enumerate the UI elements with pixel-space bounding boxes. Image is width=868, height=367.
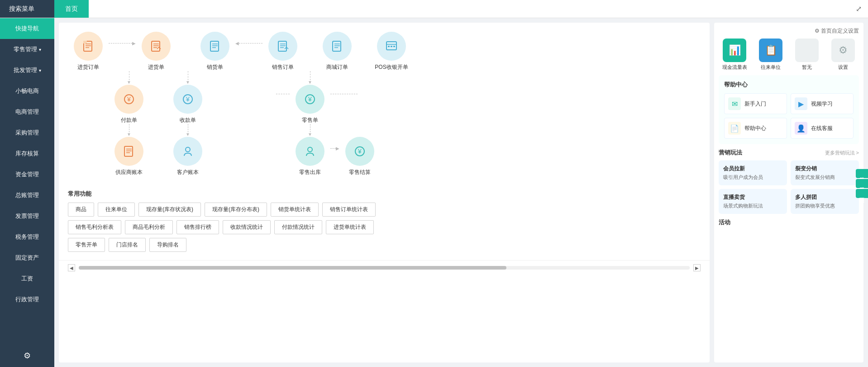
node-label-sale-order: 销售订单 xyxy=(272,63,294,71)
scroll-left-btn[interactable]: ◀ xyxy=(68,264,75,271)
sidebar-item-tax[interactable]: 税务管理 xyxy=(0,227,54,247)
sidebar-item-admin[interactable]: 行政管理 xyxy=(0,289,54,310)
help-grid: ✉新手入门▶视频学习📄帮助中心👤在线客服 xyxy=(724,93,854,139)
func-btn[interactable]: 收款情况统计 xyxy=(223,220,271,234)
scroll-right-btn[interactable]: ▶ xyxy=(693,264,701,271)
float-btn[interactable]: 客服热线 xyxy=(856,169,868,178)
down-arrow-mall: ▼ xyxy=(290,71,330,85)
marketing-item[interactable]: 裂变分销裂变式发展分销商 xyxy=(791,160,859,185)
func-btn[interactable]: 销售订单统计表 xyxy=(322,203,376,217)
svg-rect-32 xyxy=(124,146,133,156)
quick-icon-item[interactable]: 暂无 xyxy=(791,39,823,71)
tab-home[interactable]: 首页 xyxy=(54,0,89,18)
sidebar-item-invoice[interactable]: 发票管理 xyxy=(0,206,54,227)
sidebar-item-retail[interactable]: 零售管理 ▾ xyxy=(0,39,54,60)
down-arrow-retail: ▼ xyxy=(290,124,330,137)
quick-icon-item[interactable]: ⚙设置 xyxy=(827,39,859,71)
func-btn[interactable]: 商品 xyxy=(68,203,94,217)
help-icon: 📄 xyxy=(728,122,741,135)
spacer-r2-5 xyxy=(276,71,290,85)
quick-icon-item[interactable]: 📊现金流量表 xyxy=(719,39,750,71)
spacer-r2-2 xyxy=(149,71,167,85)
sidebar-item-finance[interactable]: 资金管理 xyxy=(0,164,54,185)
func-btn[interactable]: 往来单位 xyxy=(98,203,135,217)
btn-grid-row3: 零售开单门店排名导购排名 xyxy=(68,238,701,252)
spacer-r2-1 xyxy=(68,71,109,85)
sidebar-item-quick-nav[interactable]: 快捷导航 xyxy=(0,18,54,39)
node-icon-sale-order xyxy=(268,32,297,61)
sidebar-item-salary[interactable]: 工资 xyxy=(0,268,54,289)
node-retail-out[interactable]: 零售出库 xyxy=(290,137,330,176)
sidebar-item-assets[interactable]: 固定资产 xyxy=(0,247,54,268)
sidebar-item-inventory[interactable]: 库存核算 xyxy=(0,143,54,164)
node-mall-order[interactable]: 商城订单 xyxy=(317,32,358,71)
sidebar-item-ecommerce[interactable]: 电商管理 xyxy=(0,101,54,122)
node-label-purchase-order: 进货订单 xyxy=(77,63,99,71)
sp1 xyxy=(68,124,109,137)
node-label-retail-settle: 零售结算 xyxy=(349,169,371,176)
marketing-item[interactable]: 直播卖货场景式购物新玩法 xyxy=(719,189,787,214)
sidebar-item-purchase[interactable]: 采购管理 xyxy=(0,122,54,143)
quick-icon-label: 往来单位 xyxy=(761,64,781,71)
scroll-bar[interactable] xyxy=(79,266,690,270)
marketing-item[interactable]: 多人拼团拼团购物享受优惠 xyxy=(791,189,859,214)
node-label-retail-out: 零售出库 xyxy=(299,169,321,176)
func-btn[interactable]: 导购排名 xyxy=(149,238,186,252)
marketing-item-title: 多人拼团 xyxy=(795,193,854,201)
node-retail-order[interactable]: ¥ 零售单 xyxy=(290,85,330,124)
sidebar-gear-icon[interactable]: ⚙ xyxy=(0,344,54,367)
func-btn[interactable]: 付款情况统计 xyxy=(274,220,322,234)
help-item[interactable]: ▶视频学习 xyxy=(791,93,854,114)
node-label-supplier-ledger: 供应商账本 xyxy=(115,169,143,176)
expand-icon[interactable]: ⤢ xyxy=(854,3,863,15)
node-customer-ledger[interactable]: 客户账本 xyxy=(167,137,208,176)
node-label-payment: 付款单 xyxy=(121,116,137,124)
node-retail-settle[interactable]: ¥ 零售结算 xyxy=(339,137,380,176)
svg-text:¥: ¥ xyxy=(186,96,190,103)
float-btn[interactable]: 服务社区 xyxy=(856,179,868,188)
node-sales-order[interactable]: 销货单 xyxy=(195,32,235,71)
func-btn[interactable]: 销售排行榜 xyxy=(176,220,219,234)
func-btn[interactable]: 商品毛利分析 xyxy=(125,220,173,234)
node-payment[interactable]: ¥ 付款单 xyxy=(109,85,149,124)
func-btn[interactable]: 零售开单 xyxy=(68,238,105,252)
func-btn[interactable]: 销售毛利分析表 xyxy=(68,220,121,234)
node-stock-in[interactable]: 进货单 xyxy=(136,32,176,71)
node-sale-order[interactable]: 销售订单 xyxy=(262,32,303,71)
func-btn[interactable]: 现存量(库存分布表) xyxy=(205,203,267,217)
node-label-customer-ledger: 客户账本 xyxy=(177,169,199,176)
help-item[interactable]: ✉新手入门 xyxy=(724,93,787,114)
scroll-thumb xyxy=(79,266,506,270)
func-btn[interactable]: 现存量(库存状况表) xyxy=(138,203,201,217)
customize-link[interactable]: ⚙ 首页自定义设置 xyxy=(719,27,859,35)
node-label-retail-order: 零售单 xyxy=(302,116,318,124)
search-menu[interactable]: 搜索菜单 xyxy=(0,0,54,18)
sidebar-item-xiaochange[interactable]: 小畅电商 xyxy=(0,81,54,101)
help-item[interactable]: 📄帮助中心 xyxy=(724,118,787,139)
help-item-label: 视频学习 xyxy=(811,100,833,108)
node-receipt[interactable]: ¥ 收款单 xyxy=(167,85,208,124)
node-icon-customer-ledger xyxy=(173,137,202,166)
sidebar-item-wholesale[interactable]: 批发管理 ▾ xyxy=(0,60,54,81)
more-marketing-link[interactable]: 更多营销玩法 > xyxy=(825,150,859,156)
node-pos[interactable]: POS收银开单 xyxy=(371,32,412,71)
marketing-grid: 会员拉新吸引用户成为会员裂变分销裂变式发展分销商直播卖货场景式购物新玩法多人拼团… xyxy=(719,160,859,214)
node-icon-payment: ¥ xyxy=(114,85,143,114)
func-btn[interactable]: 进货单统计表 xyxy=(326,220,374,234)
svg-text:¥: ¥ xyxy=(358,148,362,155)
func-btn[interactable]: 销货单统计表 xyxy=(271,203,319,217)
float-btn[interactable]: 桌面快捷 xyxy=(856,189,868,198)
marketing-item[interactable]: 会员拉新吸引用户成为会员 xyxy=(719,160,787,185)
svg-rect-13 xyxy=(278,41,286,51)
func-btn[interactable]: 门店排名 xyxy=(109,238,146,252)
svg-rect-5 xyxy=(152,41,160,51)
sidebar-item-ledger[interactable]: 总账管理 xyxy=(0,185,54,206)
node-purchase-order[interactable]: 进货订单 xyxy=(68,32,109,71)
quick-icon-item[interactable]: 📋往来单位 xyxy=(755,39,787,71)
node-supplier-ledger[interactable]: 供应商账本 xyxy=(109,137,149,176)
spacer-r2-4 xyxy=(235,71,276,85)
node-icon-mall-order xyxy=(323,32,352,61)
marketing-item-desc: 场景式购物新玩法 xyxy=(723,203,782,209)
node-label-mall-order: 商城订单 xyxy=(326,63,348,71)
help-item[interactable]: 👤在线客服 xyxy=(791,118,854,139)
